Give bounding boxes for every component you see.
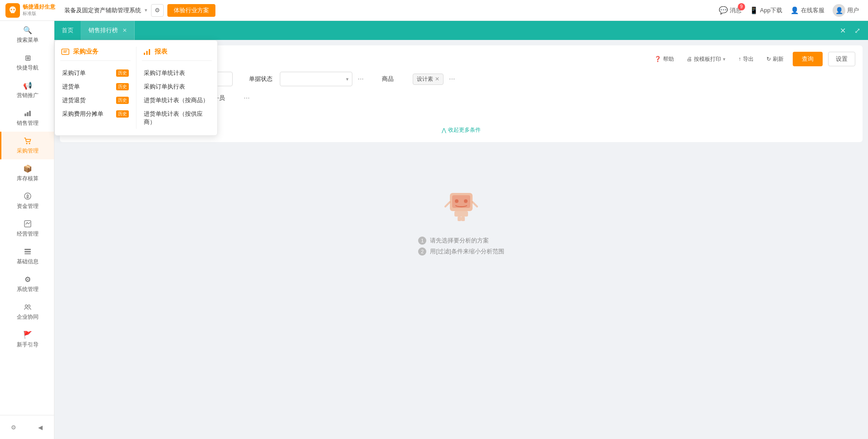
goods-label: 商品 (382, 75, 409, 83)
svg-rect-26 (149, 49, 150, 55)
tab-bar-actions: ✕ ⤢ (837, 25, 868, 36)
svg-point-12 (25, 305, 28, 307)
svg-point-6 (29, 143, 30, 144)
sidebar-settings-btn[interactable]: ⚙ (6, 420, 21, 434)
logo-badge: 标准版 (23, 10, 55, 17)
menu-item-purchase-order-exec[interactable]: 采购订单执行表 (142, 80, 212, 94)
tab-home[interactable]: 首页 (54, 21, 81, 40)
dropdown-col-reports-title: 报表 (155, 48, 167, 56)
export-label: 导出 (743, 55, 754, 63)
menu-label-goods-receipt: 进货单 (62, 83, 80, 91)
sidebar-item-operations[interactable]: 经营管理 (0, 215, 54, 242)
sidebar-item-finance[interactable]: 资金管理 (0, 187, 54, 215)
menu-item-goods-stats-product[interactable]: 进货单统计表（按商品） (142, 94, 212, 107)
business-header-icon (60, 47, 70, 57)
menu-label-purchase-order: 采购订单 (62, 69, 86, 77)
sidebar-item-guide[interactable]: 🚩 新手引导 (0, 326, 54, 353)
sidebar-item-basic[interactable]: 基础信息 (0, 242, 54, 270)
query-button[interactable]: 查询 (793, 52, 823, 66)
salesman-dots[interactable]: ··· (242, 94, 251, 102)
svg-rect-15 (452, 195, 470, 208)
dropdown-col-business-title: 采购业务 (73, 48, 98, 56)
goods-dots[interactable]: ··· (447, 75, 457, 83)
sidebar-label-guide: 新手引导 (17, 341, 39, 349)
user-item[interactable]: 👤 用户 (833, 4, 859, 17)
empty-tip-2: 2 用[过滤]条件来缩小分析范围 (418, 247, 504, 256)
history-badge-goods-receipt: 历史 (116, 83, 129, 90)
print-label: 按模板打印 (694, 55, 721, 63)
tab-close-icon[interactable]: ✕ (122, 27, 127, 34)
goods-tag-value: 设计素 (417, 75, 433, 83)
menu-item-goods-return[interactable]: 进货退货 历史 (60, 94, 131, 107)
refresh-icon: ↻ (766, 56, 771, 62)
industry-button[interactable]: 体验行业方案 (167, 4, 215, 17)
svg-line-21 (445, 202, 450, 207)
tab-close-all-btn[interactable]: ✕ (837, 25, 848, 36)
system-dropdown-arrow[interactable]: ▾ (145, 7, 147, 13)
sidebar-label-operations: 经营管理 (17, 230, 39, 238)
app-download-label: App下载 (760, 6, 782, 15)
sidebar-item-purchase[interactable]: 采购管理 (0, 132, 54, 159)
goods-tag-close[interactable]: ✕ (435, 76, 439, 82)
cooperation-icon (23, 302, 32, 311)
history-badge-goods-return: 历史 (116, 97, 129, 104)
svg-rect-11 (24, 253, 31, 254)
online-service-label: 在线客服 (801, 6, 824, 15)
menu-label-purchase-order-exec: 采购订单执行表 (144, 83, 185, 91)
goods-tag: 设计素 ✕ (413, 74, 444, 85)
svg-point-17 (464, 199, 468, 203)
export-icon: ↑ (738, 56, 741, 62)
sidebar-bottom: ⚙ ◀ (0, 415, 54, 439)
menu-item-purchase-order-stats[interactable]: 采购订单统计表 (142, 66, 212, 80)
quick-nav-icon: ⊞ (23, 53, 32, 62)
messages-badge: 9 (738, 3, 745, 10)
tab-expand-btn[interactable]: ⤢ (852, 25, 863, 36)
settings-button[interactable]: 设置 (828, 52, 855, 66)
app-download-item[interactable]: 📱 App下载 (750, 6, 782, 15)
menu-item-goods-receipt[interactable]: 进货单 历史 (60, 80, 131, 94)
menu-item-purchase-order[interactable]: 采购订单 历史 (60, 66, 131, 80)
print-btn[interactable]: 🖨 按模板打印 ▾ (683, 54, 729, 65)
sidebar-item-inventory[interactable]: 📦 库存核算 (0, 159, 54, 187)
help-btn[interactable]: ❓ 帮助 (651, 54, 678, 65)
sidebar-collapse-btn[interactable]: ◀ (33, 420, 48, 434)
messages-item[interactable]: 💬 消息 9 (719, 6, 741, 15)
single-status-select[interactable] (280, 72, 352, 86)
menu-label-goods-return: 进货退货 (62, 96, 86, 104)
export-btn[interactable]: ↑ 导出 (735, 54, 757, 65)
dropdown-col-business: 采购业务 采购订单 历史 进货单 历史 进货退货 历史 采购费用分摊单 历史 (55, 47, 136, 129)
collapse-label: 收起更多条件 (448, 126, 481, 134)
finance-icon (23, 192, 32, 201)
refresh-btn[interactable]: ↻ 刷新 (763, 54, 787, 65)
print-icon: 🖨 (687, 56, 692, 62)
system-icon: ⚙ (23, 275, 32, 284)
dropdown-columns: 采购业务 采购订单 历史 进货单 历史 进货退货 历史 采购费用分摊单 历史 (55, 47, 217, 129)
sidebar-item-cooperation[interactable]: 企业协同 (0, 298, 54, 326)
dropdown-col-reports-header: 报表 (142, 47, 212, 61)
settings-btn[interactable]: ⚙ (151, 4, 164, 17)
sidebar-label-marketing: 营销推广 (17, 92, 39, 99)
svg-rect-2 (24, 113, 26, 116)
sidebar-item-sales[interactable]: 销售管理 (0, 104, 54, 132)
menu-item-purchase-expense[interactable]: 采购费用分摊单 历史 (60, 107, 131, 121)
svg-point-5 (26, 143, 28, 144)
print-dropdown-icon[interactable]: ▾ (723, 56, 726, 62)
online-service-item[interactable]: 👤 在线客服 (790, 6, 824, 15)
single-status-dots[interactable]: ··· (356, 75, 366, 83)
sidebar: 🔍 搜索菜单 ⊞ 快捷导航 📢 营销推广 销售管理 采购管理 📦 (0, 21, 54, 439)
sidebar-label-sales: 销售管理 (17, 119, 39, 127)
svg-rect-9 (24, 249, 31, 250)
sidebar-item-search[interactable]: 🔍 搜索菜单 (0, 21, 54, 49)
svg-line-22 (473, 202, 477, 207)
sidebar-label-search: 搜索菜单 (17, 36, 39, 44)
svg-rect-8 (24, 221, 31, 227)
single-status-select-wrapper: ▾ (280, 72, 352, 86)
menu-label-goods-stats-product: 进货单统计表（按商品） (144, 96, 209, 104)
sidebar-item-system[interactable]: ⚙ 系统管理 (0, 270, 54, 298)
tab-sales-ranking[interactable]: 销售排行榜 ✕ (81, 21, 135, 40)
sidebar-label-quick-nav: 快捷导航 (17, 64, 39, 72)
sidebar-item-marketing[interactable]: 📢 营销推广 (0, 76, 54, 104)
sidebar-item-quick-nav[interactable]: ⊞ 快捷导航 (0, 49, 54, 76)
sales-icon (23, 109, 32, 118)
menu-item-goods-stats-supplier[interactable]: 进货单统计表（按供应商） (142, 107, 212, 129)
